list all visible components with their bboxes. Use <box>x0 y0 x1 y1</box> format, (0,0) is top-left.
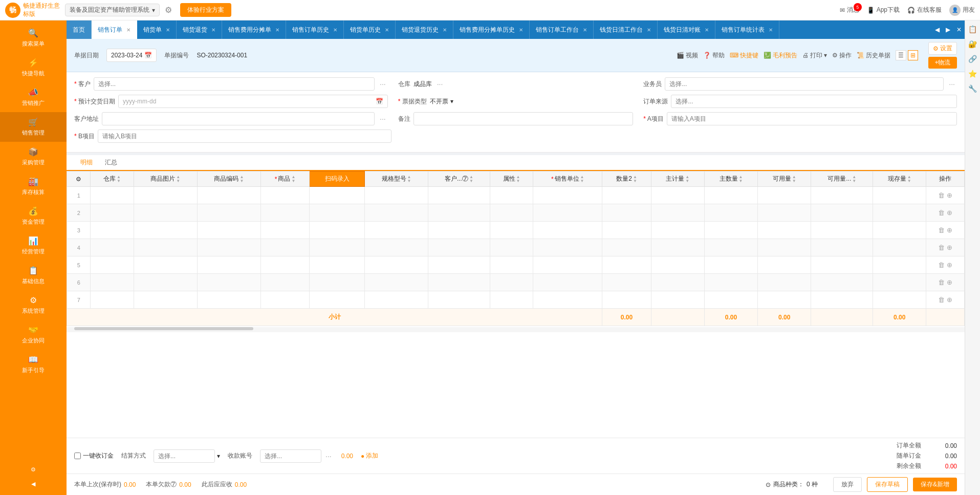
row-7-copy-icon[interactable]: ⊕ <box>947 296 952 304</box>
tab-close-fee-history[interactable]: ✕ <box>519 27 523 33</box>
tab-close-sales-fee[interactable]: ✕ <box>275 27 279 33</box>
row-1-qty2[interactable] <box>602 187 651 204</box>
bank-account-input[interactable] <box>260 449 321 463</box>
customer-input[interactable] <box>94 77 375 91</box>
settings-button[interactable]: ⚙ 设置 <box>928 42 957 55</box>
note-input[interactable] <box>413 112 634 125</box>
salesperson-input[interactable] <box>665 77 944 91</box>
sidebar-item-marketing[interactable]: 📣 营销推广 <box>0 82 67 112</box>
row-7-delete-icon[interactable]: 🗑 <box>938 296 945 304</box>
row-2-customer-sku[interactable] <box>428 204 490 222</box>
tab-fee-history[interactable]: 销售费用分摊单历史 ✕ <box>453 20 530 39</box>
print-action[interactable]: 🖨 打印 ▾ <box>802 51 827 60</box>
row-2-spec[interactable] <box>364 204 428 222</box>
row-3-delete-icon[interactable]: 🗑 <box>938 226 945 234</box>
row-2-available2[interactable] <box>811 204 873 222</box>
row-2-product[interactable] <box>260 204 309 222</box>
shortcut-action[interactable]: ⌨ 快捷键 <box>730 51 758 60</box>
row-1-sku[interactable] <box>197 187 260 204</box>
address-ellipsis[interactable]: ··· <box>378 115 388 123</box>
th-attr[interactable]: 属性▲▼ <box>490 171 533 187</box>
row-2-warehouse[interactable] <box>91 204 134 222</box>
row-2-image[interactable] <box>134 204 197 222</box>
th-image[interactable]: 商品图片▲▼ <box>134 171 197 187</box>
tab-next-arrow[interactable]: ▶ <box>943 20 953 39</box>
sidebar-item-enterprise[interactable]: 🤝 企业协同 <box>0 320 67 350</box>
tab-close-invoice-history[interactable]: ✕ <box>385 27 389 33</box>
row-1-delete-icon[interactable]: 🗑 <box>938 191 945 199</box>
th-available2[interactable]: 可用量...▲▼ <box>811 171 873 187</box>
history-action[interactable]: 📜 历史单据 <box>857 51 890 60</box>
th-product[interactable]: *商品▲▼ <box>260 171 309 187</box>
one-click-deposit[interactable]: 一键收订金 <box>74 451 114 460</box>
invoice-dropdown-icon[interactable]: ▾ <box>450 98 453 105</box>
row-1-main-qty[interactable] <box>704 187 757 204</box>
row-2-sku[interactable] <box>197 204 260 222</box>
row-1-image[interactable] <box>134 187 197 204</box>
row-1-unit[interactable] <box>533 187 602 204</box>
th-scan[interactable]: 扫码录入 <box>310 171 365 187</box>
sidebar-item-purchase[interactable]: 📦 采购管理 <box>0 142 67 171</box>
online-service[interactable]: 🎧 在线客服 <box>907 6 942 14</box>
tab-order-workbench[interactable]: 销售订单工作台 ✕ <box>530 20 594 39</box>
tab-return-history[interactable]: 销货退货历史 ✕ <box>396 20 453 39</box>
th-spec[interactable]: 规格型号▲▼ <box>364 171 428 187</box>
tab-summary[interactable]: 汇总 <box>99 155 123 170</box>
settings-icon[interactable]: ⚙ <box>165 5 175 15</box>
sidebar-item-inventory[interactable]: 🏭 库存核算 <box>0 171 67 201</box>
save-draft-button[interactable]: 保存草稿 <box>867 477 908 492</box>
tab-sales-return[interactable]: 销货退货 ✕ <box>177 20 222 39</box>
row-2-available[interactable] <box>758 204 811 222</box>
th-warehouse[interactable]: 仓库▲▼ <box>91 171 134 187</box>
row-1-attr[interactable] <box>490 187 533 204</box>
th-unit[interactable]: *销售单位▲▼ <box>533 171 602 187</box>
row-2-main-qty[interactable] <box>704 204 757 222</box>
warehouse-ellipsis[interactable]: ··· <box>435 80 445 88</box>
b-project-input[interactable] <box>98 130 391 143</box>
tab-daily-reconcile[interactable]: 钱货日清对账 ✕ <box>658 20 715 39</box>
tab-order-stats[interactable]: 销售订单统计表 ✕ <box>715 20 779 39</box>
row-2-main-unit[interactable] <box>651 204 704 222</box>
help-action[interactable]: ❓ 帮助 <box>703 51 725 60</box>
right-panel-icon-5[interactable]: 🔧 <box>967 82 979 95</box>
row-6-delete-icon[interactable]: 🗑 <box>938 278 945 286</box>
row-4-copy-icon[interactable]: ⊕ <box>947 244 952 251</box>
row-2-copy-icon[interactable]: ⊕ <box>947 209 952 217</box>
row-2-attr[interactable] <box>490 204 533 222</box>
row-3-copy-icon[interactable]: ⊕ <box>947 226 952 234</box>
tab-close-daily-reconcile[interactable]: ✕ <box>705 27 709 33</box>
row-5-delete-icon[interactable]: 🗑 <box>938 261 945 269</box>
row-1-warehouse[interactable] <box>91 187 134 204</box>
row-1-available2[interactable] <box>811 187 873 204</box>
tab-menu-arrow[interactable]: ✕ <box>953 20 965 39</box>
tab-detail[interactable]: 明细 <box>74 155 99 171</box>
sidebar-settings-btn[interactable]: ⚙ <box>28 464 38 476</box>
horizontal-scrollbar[interactable] <box>74 327 253 330</box>
add-button[interactable]: ● 添加 <box>361 451 378 460</box>
industry-btn[interactable]: 体验行业方案 <box>180 3 231 17</box>
user-menu[interactable]: 👤 用友 <box>949 5 975 16</box>
right-panel-icon-4[interactable]: ⭐ <box>967 68 979 80</box>
right-panel-icon-3[interactable]: 🔗 <box>967 53 979 65</box>
grid-view-btn[interactable]: ⊞ <box>908 50 918 60</box>
add-goods-button[interactable]: +物流 <box>928 57 957 69</box>
tab-close-daily-clear[interactable]: ✕ <box>647 27 651 33</box>
customer-ellipsis[interactable]: ··· <box>378 80 388 88</box>
tab-sales-order[interactable]: 销售订单 ✕ <box>92 20 137 39</box>
one-click-checkbox[interactable] <box>74 453 81 459</box>
row-6-copy-icon[interactable]: ⊕ <box>947 278 952 286</box>
sidebar-item-quick[interactable]: ⚡ 快捷导航 <box>0 53 67 82</box>
tab-prev-arrow[interactable]: ◀ <box>932 20 943 39</box>
row-2-scan[interactable] <box>310 204 365 222</box>
tab-sales-invoice[interactable]: 销货单 ✕ <box>137 20 177 39</box>
sidebar-item-guide[interactable]: 📖 新手引导 <box>0 350 67 379</box>
save-new-button[interactable]: 保存&新增 <box>913 478 957 491</box>
tab-home[interactable]: 首页 <box>67 20 92 39</box>
tab-close-sales-order-history[interactable]: ✕ <box>333 27 337 33</box>
row-2-qty2[interactable] <box>602 204 651 222</box>
notification-area[interactable]: ✉ 5 消息 <box>840 6 859 14</box>
sidebar-item-search[interactable]: 🔍 搜索菜单 <box>0 23 67 53</box>
row-2-delete-icon[interactable]: 🗑 <box>938 209 945 217</box>
discard-button[interactable]: 放弃 <box>833 477 862 492</box>
sidebar-item-basic[interactable]: 📋 基础信息 <box>0 261 67 290</box>
